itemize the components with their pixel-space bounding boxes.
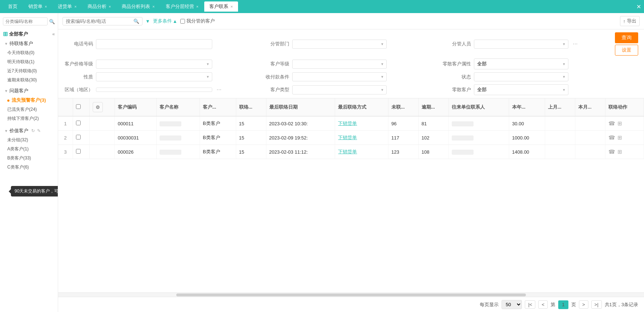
toolbar-search-icon[interactable]: 🔍 <box>133 19 139 24</box>
collapse-icon[interactable]: « <box>52 31 55 37</box>
sidebar-search-icon[interactable]: 🔍 <box>49 19 55 24</box>
settings-button[interactable]: 设置 <box>615 45 638 56</box>
dept-select[interactable]: ▾ <box>292 40 387 49</box>
total-info: 共1页，3条记录 <box>605 301 638 308</box>
tab-customer-layer-label: 客户分层经营 <box>166 3 194 10</box>
sidebar-item-ungroup[interactable]: 未分组(32) <box>0 135 58 145</box>
region-dots[interactable]: ··· <box>215 86 223 93</box>
customer-type-select[interactable]: ▾ <box>292 85 387 94</box>
price-level-label: 客户价格等级 <box>64 61 93 67</box>
more-conditions-btn[interactable]: 更多条件 ▲ <box>153 18 177 24</box>
row-actions-2: ☎ ⊞ <box>608 149 641 155</box>
sidebar-item-churn-warning[interactable]: 流失预警客户(3) <box>0 96 58 105</box>
tab-purchase[interactable]: 进货单 × <box>53 1 81 12</box>
cell-index: 1 <box>58 116 73 131</box>
more-conditions-arrow: ▲ <box>173 19 177 24</box>
cell-checkbox[interactable] <box>73 116 89 131</box>
first-page-btn[interactable]: |< <box>525 300 535 309</box>
my-customers-checkbox-label[interactable]: 我分管的客户 <box>180 18 215 24</box>
person-dots[interactable]: ··· <box>571 41 579 47</box>
sidebar-item-b-type[interactable]: B类客户(33) <box>0 154 58 163</box>
sidebar-item-a-type[interactable]: A类客户(1) <box>0 145 58 154</box>
sidebar-item-tomorrow[interactable]: 明天待联络(1) <box>0 57 58 66</box>
contact-action-icon-1[interactable]: ☎ <box>608 134 615 141</box>
tab-customer-contact-close[interactable]: × <box>230 4 233 9</box>
scrollbar-thumb[interactable] <box>176 293 526 296</box>
tab-customer-layer-close[interactable]: × <box>196 4 198 9</box>
problem-customer-group-title[interactable]: ▼ 问题客户 <box>0 86 58 96</box>
edit-icon[interactable]: ✎ <box>37 128 41 133</box>
query-button[interactable]: 查询 <box>615 32 638 43</box>
tab-customer-contact[interactable]: 客户联系 × <box>204 1 238 12</box>
prev-page-btn[interactable]: < <box>538 300 548 309</box>
person-arrow-icon: ▾ <box>563 42 565 46</box>
tab-sales[interactable]: 销货单 × <box>23 1 52 12</box>
col-last-month: 上月... <box>545 98 575 116</box>
row-checkbox-1[interactable] <box>76 135 81 139</box>
sidebar-search-input[interactable] <box>3 17 48 25</box>
col-settings[interactable]: ⚙ <box>89 98 114 116</box>
pending-contact-group-title[interactable]: ▼ 待联络客户 <box>0 39 58 48</box>
tab-customer-layer[interactable]: 客户分层经营 × <box>161 1 204 12</box>
sidebar-item-7days[interactable]: 近7天待联络(0) <box>0 66 58 76</box>
window-close-icon[interactable]: ✕ <box>636 3 641 10</box>
sidebar-item-today[interactable]: 今天待联络(0) <box>0 48 58 57</box>
my-customers-label: 我分管的客户 <box>186 18 215 24</box>
tab-analysis-list-close[interactable]: × <box>152 4 154 9</box>
tab-purchase-close[interactable]: × <box>74 4 76 9</box>
contact-action-icon-2[interactable]: ☎ <box>608 149 615 155</box>
cell-checkbox[interactable] <box>73 145 89 159</box>
gender-select[interactable]: ▾ <box>96 72 212 81</box>
horizontal-scrollbar[interactable] <box>58 292 644 297</box>
refresh-icon[interactable]: ↻ <box>31 128 35 133</box>
row-checkbox-2[interactable] <box>76 149 81 154</box>
export-btn[interactable]: ↑ 导出 <box>620 16 640 26</box>
tab-analysis-label: 商品分析 <box>88 3 106 10</box>
cell-checkbox[interactable] <box>73 131 89 145</box>
page-label: 第 <box>551 301 555 308</box>
per-page-select[interactable]: 50 100 200 <box>502 300 522 309</box>
sidebar-item-overdue[interactable]: 逾期未联络(30) <box>0 76 58 85</box>
customer-level-select[interactable]: ▾ <box>292 60 387 69</box>
region-select[interactable] <box>96 88 212 92</box>
tab-analysis-close[interactable]: × <box>109 4 111 9</box>
sidebar-item-declining[interactable]: 持续下滑客户(2) <box>0 114 58 123</box>
more-action-icon-1[interactable]: ⊞ <box>617 134 622 141</box>
tab-analysis[interactable]: 商品分析 × <box>82 1 116 12</box>
col-last-contact-method: 最后联络方式 <box>335 98 388 116</box>
tab-home[interactable]: 首页 <box>3 1 23 12</box>
phone-input[interactable] <box>96 39 212 49</box>
select-all-checkbox[interactable] <box>76 104 81 109</box>
sidebar-item-churned[interactable]: 已流失客户(24) <box>0 105 58 114</box>
toolbar-search-input[interactable] <box>66 19 131 24</box>
cell-contact: 15 <box>236 145 266 159</box>
all-customers-title[interactable]: ⊞ 全部客户 « <box>0 29 58 39</box>
cell-code: 00030031 <box>115 131 157 145</box>
tab-analysis-list[interactable]: 商品分析列表 × <box>117 1 160 12</box>
next-page-btn[interactable]: > <box>579 300 588 309</box>
my-customers-checkbox[interactable] <box>180 19 185 24</box>
status-select[interactable]: ▾ <box>474 72 568 81</box>
cell-this-month <box>575 131 605 145</box>
person-select[interactable]: ▾ <box>474 40 568 49</box>
col-last-contact-date: 最后联络日期 <box>266 98 335 116</box>
tab-customer-contact-label: 客户联系 <box>209 3 228 10</box>
last-method-link[interactable]: 下销货单 <box>338 135 357 140</box>
payment-select[interactable]: ▾ <box>292 72 387 81</box>
last-method-link[interactable]: 下销货单 <box>338 121 357 126</box>
value-customer-group-title[interactable]: ▼ 价值客户 ↻ ✎ <box>0 126 58 135</box>
cell-index: 2 <box>58 131 73 145</box>
contact-action-icon-0[interactable]: ☎ <box>608 120 615 127</box>
more-action-icon-0[interactable]: ⊞ <box>617 120 622 127</box>
sidebar-item-c-type[interactable]: C类客户(6) <box>0 163 58 172</box>
last-method-link[interactable]: 下销货单 <box>338 149 357 154</box>
table-settings-icon[interactable]: ⚙ <box>93 102 103 112</box>
row-checkbox-0[interactable] <box>76 121 81 125</box>
more-action-icon-2[interactable]: ⊞ <box>617 149 622 155</box>
zero-retail-select[interactable]: 全部 ▾ <box>474 84 568 95</box>
tab-sales-close[interactable]: × <box>45 4 47 9</box>
cell-unlinked: 123 <box>388 145 418 159</box>
zero-retail-attr-select[interactable]: 全部 ▾ <box>474 58 568 69</box>
price-level-select[interactable]: ▾ <box>96 60 212 69</box>
last-page-btn[interactable]: >| <box>591 300 602 309</box>
